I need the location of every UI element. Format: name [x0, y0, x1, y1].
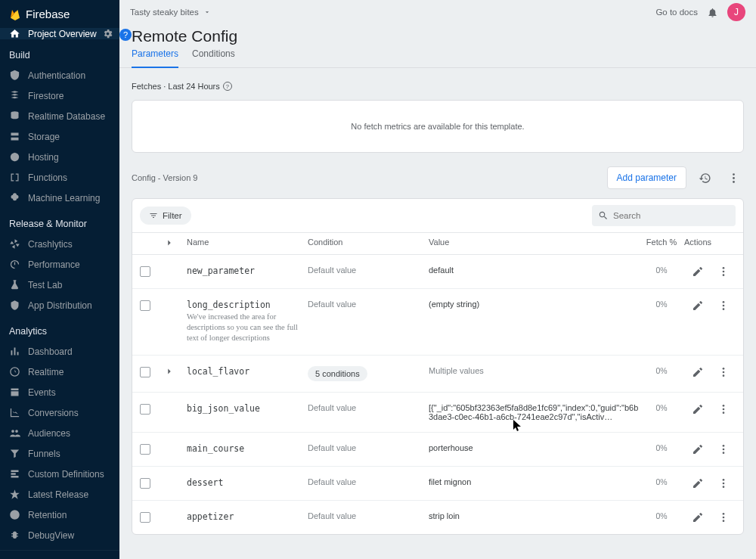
- config-version: Config - Version 9: [132, 173, 197, 182]
- svg-point-19: [723, 411, 725, 414]
- sidebar-item-custom-definitions[interactable]: Custom Definitions: [0, 464, 119, 484]
- sidebar-item-latest-release[interactable]: Latest Release: [0, 484, 119, 505]
- sidebar-item-funnels[interactable]: Funnels: [0, 443, 119, 464]
- sidebar-item-events[interactable]: Events: [0, 382, 119, 402]
- col-value: Value: [429, 238, 639, 247]
- info-icon[interactable]: ?: [223, 82, 232, 91]
- edit-button[interactable]: [684, 266, 711, 278]
- svg-point-7: [733, 181, 735, 183]
- sidebar-item-functions[interactable]: Functions: [0, 167, 119, 188]
- edit-button[interactable]: [684, 443, 711, 455]
- realtime-icon: [9, 366, 20, 377]
- add-parameter-button[interactable]: Add parameter: [607, 166, 686, 189]
- row-more-button[interactable]: [711, 403, 736, 415]
- table-row[interactable]: new_parameterDefault valuedefault0%: [132, 255, 743, 289]
- more-vertical-icon: [717, 300, 730, 312]
- svg-point-14: [723, 368, 725, 370]
- pencil-icon: [692, 511, 704, 523]
- tab-parameters[interactable]: Parameters: [132, 48, 178, 68]
- row-checkbox[interactable]: [140, 478, 150, 489]
- bell-icon[interactable]: [707, 7, 718, 18]
- metrics-card: No fetch metrics are available for this …: [132, 100, 744, 153]
- sidebar-item-hosting[interactable]: Hosting: [0, 147, 119, 167]
- sidebar-item-app-distribution[interactable]: App Distribution: [0, 295, 119, 315]
- help-icon[interactable]: ?: [119, 29, 132, 41]
- edit-button[interactable]: [684, 403, 711, 415]
- tabs: Parameters Conditions: [119, 41, 756, 68]
- sidebar-item-performance[interactable]: Performance: [0, 254, 119, 275]
- row-more-button[interactable]: [711, 300, 736, 312]
- more-button[interactable]: [723, 167, 744, 188]
- table-row[interactable]: long_descriptionWe've increased the area…: [132, 289, 743, 356]
- edit-button[interactable]: [684, 300, 711, 312]
- row-checkbox[interactable]: [140, 444, 150, 455]
- edit-button[interactable]: [684, 366, 711, 378]
- tab-conditions[interactable]: Conditions: [192, 48, 235, 67]
- sidebar-item-authentication[interactable]: Authentication: [0, 65, 119, 85]
- sidebar-item-realtime[interactable]: Realtime: [0, 362, 119, 382]
- project-overview-item[interactable]: Project Overview: [0, 28, 119, 39]
- expand-all-toggle[interactable]: [164, 238, 187, 250]
- sidebar-item-retention[interactable]: Retention: [0, 505, 119, 525]
- parameters-table: Filter Name Condition Value Fetch % Acti…: [132, 198, 744, 535]
- firestore-icon: [9, 90, 20, 101]
- sidebar-item-debugview[interactable]: DebugView: [0, 525, 119, 545]
- row-more-button[interactable]: [711, 477, 736, 489]
- sidebar-item-machine-learning[interactable]: Machine Learning: [0, 188, 119, 208]
- svg-point-25: [723, 486, 725, 488]
- table-row[interactable]: dessertDefault valuefilet mignon0%: [132, 467, 743, 501]
- sidebar-item-storage[interactable]: Storage: [0, 126, 119, 147]
- retention-icon: [9, 509, 20, 520]
- search-field[interactable]: [592, 205, 736, 226]
- row-more-button[interactable]: [711, 511, 736, 523]
- svg-point-22: [723, 452, 725, 454]
- chevron-down-icon: [203, 8, 211, 16]
- history-button[interactable]: [694, 167, 715, 188]
- gear-icon[interactable]: [102, 28, 113, 39]
- dashboard-icon: [9, 346, 20, 357]
- row-checkbox[interactable]: [140, 367, 150, 377]
- more-vertical-icon: [717, 366, 730, 378]
- sidebar-item-firestore[interactable]: Firestore: [0, 85, 119, 106]
- sidebar-item-label: App Distribution: [28, 300, 92, 311]
- edit-button[interactable]: [684, 477, 711, 489]
- row-more-button[interactable]: [711, 366, 736, 378]
- row-checkbox[interactable]: [140, 300, 150, 311]
- sidebar-item-conversions[interactable]: Conversions: [0, 402, 119, 423]
- avatar[interactable]: J: [727, 3, 745, 21]
- row-more-button[interactable]: [711, 443, 736, 455]
- sidebar-item-crashlytics[interactable]: Crashlytics: [0, 234, 119, 254]
- svg-point-6: [733, 177, 735, 179]
- row-checkbox[interactable]: [140, 404, 150, 415]
- row-expand-toggle[interactable]: [164, 366, 187, 378]
- firebase-logo[interactable]: Firebase: [0, 0, 119, 28]
- table-row[interactable]: big_json_valueDefault value[{"_id":"605b…: [132, 393, 743, 433]
- fetch-percent: 0%: [639, 477, 684, 486]
- pencil-icon: [692, 366, 704, 378]
- sidebar-item-dashboard[interactable]: Dashboard: [0, 341, 119, 362]
- svg-point-16: [723, 374, 725, 377]
- row-checkbox[interactable]: [140, 512, 150, 523]
- section-analytics-heading: Analytics: [0, 315, 119, 341]
- docs-link[interactable]: Go to docs: [655, 8, 698, 17]
- svg-point-13: [723, 308, 725, 310]
- filter-button[interactable]: Filter: [140, 207, 191, 225]
- sidebar-item-audiences[interactable]: Audiences: [0, 423, 119, 443]
- sidebar-item-realtime-database[interactable]: Realtime Database: [0, 106, 119, 126]
- sidebar-item-label: Latest Release: [28, 489, 88, 500]
- svg-point-27: [723, 516, 725, 518]
- sidebar-item-test-lab[interactable]: Test Lab: [0, 275, 119, 295]
- sidebar-item-label: Crashlytics: [28, 239, 73, 250]
- row-more-button[interactable]: [711, 266, 736, 278]
- table-row[interactable]: main_courseDefault valueporterhouse0%: [132, 433, 743, 467]
- search-input[interactable]: [613, 211, 730, 220]
- svg-point-3: [11, 430, 14, 433]
- svg-point-23: [723, 479, 725, 481]
- sidebar-item-extensions[interactable]: Extensions: [0, 550, 119, 559]
- table-row[interactable]: appetizerDefault valuestrip loin0%: [132, 501, 743, 534]
- row-checkbox[interactable]: [140, 266, 150, 277]
- table-row[interactable]: local_flavor5 conditionsMultiple values0…: [132, 356, 743, 393]
- edit-button[interactable]: [684, 511, 711, 523]
- condition-text: Default value: [308, 443, 356, 452]
- project-selector[interactable]: Tasty steaky bites: [130, 8, 211, 17]
